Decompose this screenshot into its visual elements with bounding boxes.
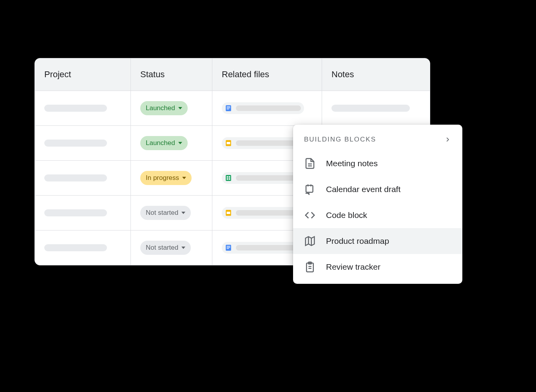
chevron-down-icon: [178, 142, 182, 144]
chevron-down-icon: [182, 177, 186, 179]
menu-item-product-roadmap[interactable]: Product roadmap: [293, 228, 462, 254]
notes-placeholder: [331, 105, 410, 112]
popup-header: BUILDING BLOCKS: [293, 130, 462, 151]
project-cell: [35, 161, 131, 195]
chevron-right-icon[interactable]: [444, 136, 451, 143]
project-cell: [35, 196, 131, 230]
svg-rect-8: [229, 176, 230, 178]
status-cell: Launched: [131, 126, 212, 160]
docs-icon: [225, 244, 232, 251]
chevron-down-icon: [181, 247, 185, 249]
project-name-placeholder: [44, 209, 107, 216]
chevron-down-icon: [178, 107, 182, 109]
menu-item-label: Calendar event draft: [326, 185, 400, 194]
svg-marker-23: [306, 237, 315, 246]
chevron-down-icon: [181, 212, 185, 214]
svg-rect-2: [227, 108, 230, 109]
menu-item-label: Meeting notes: [326, 159, 378, 168]
svg-rect-9: [227, 178, 228, 180]
popup-title: BUILDING BLOCKS: [304, 136, 376, 143]
status-cell: Not started: [131, 196, 212, 230]
calendar-icon: [304, 183, 316, 195]
files-cell: [212, 91, 322, 125]
notes-cell: [322, 91, 430, 125]
status-chip[interactable]: Not started: [140, 206, 191, 220]
project-name-placeholder: [44, 174, 107, 181]
clipboard-icon: [304, 261, 316, 273]
status-chip[interactable]: Not started: [140, 241, 191, 255]
menu-item-review-tracker[interactable]: Review tracker: [293, 254, 462, 280]
slides-icon: [225, 209, 232, 216]
project-cell: [35, 126, 131, 160]
file-name-placeholder: [236, 245, 301, 250]
svg-rect-16: [227, 249, 229, 249]
file-name-placeholder: [236, 175, 301, 181]
menu-item-meeting-notes[interactable]: Meeting notes: [293, 151, 462, 176]
column-header-project: Project: [35, 58, 131, 91]
project-cell: [35, 91, 131, 125]
status-cell: Launched: [131, 91, 212, 125]
menu-item-label: Review tracker: [326, 262, 380, 272]
file-chip[interactable]: [222, 207, 304, 219]
file-name-placeholder: [236, 105, 301, 111]
svg-rect-12: [227, 212, 230, 214]
svg-rect-6: [226, 175, 231, 181]
file-chip[interactable]: [222, 137, 304, 149]
status-cell: Not started: [131, 230, 212, 265]
svg-rect-19: [306, 185, 313, 192]
svg-rect-1: [227, 107, 230, 107]
file-name-placeholder: [236, 210, 301, 216]
svg-rect-7: [227, 176, 228, 178]
map-icon: [304, 235, 316, 247]
svg-rect-10: [229, 178, 230, 180]
column-header-notes: Notes: [322, 58, 430, 91]
project-name-placeholder: [44, 244, 107, 251]
table-header-row: Project Status Related files Notes: [35, 58, 430, 91]
column-header-files: Related files: [212, 58, 322, 91]
status-chip[interactable]: Launched: [140, 136, 188, 150]
menu-item-code-block[interactable]: Code block: [293, 202, 462, 228]
menu-item-label: Product roadmap: [326, 236, 389, 246]
svg-rect-14: [227, 246, 230, 247]
svg-rect-15: [227, 247, 230, 248]
code-icon: [304, 209, 316, 221]
status-chip[interactable]: In progress: [140, 171, 192, 185]
column-header-status: Status: [131, 58, 212, 91]
file-text-icon: [304, 158, 316, 169]
file-chip[interactable]: [222, 102, 304, 114]
file-chip[interactable]: [222, 242, 304, 254]
status-chip[interactable]: Launched: [140, 101, 188, 115]
sheets-icon: [225, 174, 232, 181]
building-blocks-popup: BUILDING BLOCKS Meeting notes Calendar e…: [293, 125, 462, 284]
status-label: Launched: [146, 104, 175, 112]
svg-rect-5: [227, 142, 230, 144]
status-label: Not started: [146, 244, 178, 252]
status-label: In progress: [146, 174, 179, 182]
file-chip[interactable]: [222, 172, 304, 184]
status-label: Launched: [146, 139, 175, 147]
project-name-placeholder: [44, 140, 107, 147]
status-label: Not started: [146, 209, 178, 217]
svg-rect-3: [227, 109, 229, 110]
file-name-placeholder: [236, 140, 301, 146]
menu-item-label: Code block: [326, 211, 367, 220]
project-cell: [35, 230, 131, 265]
slides-icon: [225, 140, 232, 147]
menu-item-calendar-event-draft[interactable]: Calendar event draft: [293, 176, 462, 202]
table-row: Launched: [35, 91, 430, 126]
status-cell: In progress: [131, 161, 212, 195]
project-name-placeholder: [44, 105, 107, 112]
docs-icon: [225, 105, 232, 112]
